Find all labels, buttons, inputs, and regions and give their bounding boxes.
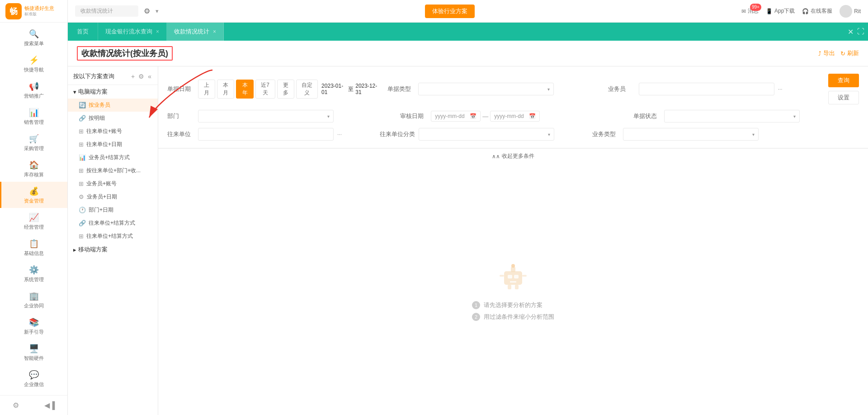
sidebar-item-enterprise[interactable]: 🏢 企业协同 [0, 287, 67, 313]
sidebar-item-finance[interactable]: 💰 资金管理 [0, 182, 67, 208]
scheme-item-unit-method2[interactable]: ⊞ 往来单位+结算方式 [68, 230, 158, 243]
scheme-item-salesperson[interactable]: 🔄 按业务员 [68, 99, 158, 112]
sidebar-item-wechat[interactable]: 💬 企业微信 [0, 365, 67, 391]
app-download-action[interactable]: 📱 App下载 [766, 7, 795, 15]
scheme-item-unit-account[interactable]: ⊞ 往来单位+账号 [68, 125, 158, 138]
filter-item-salesperson: 业务员 ··· [608, 83, 821, 95]
filter-item-doc-status: 单据状态 ▾ [633, 110, 859, 123]
sidebar-item-guide[interactable]: 📚 新手引导 [0, 313, 67, 339]
collapse-bar[interactable]: ∧∧ 收起更多条件 [158, 148, 868, 164]
biz-type-select[interactable]: ▾ [623, 128, 759, 141]
panel-collapse-btn[interactable]: « [147, 72, 152, 81]
review-date-to[interactable]: yyyy-mm-dd 📅 [490, 111, 540, 122]
doc-type-select[interactable]: ▾ [418, 83, 554, 95]
panel-settings-btn[interactable]: ⚙ [137, 72, 145, 81]
scheme-item-detail[interactable]: 🔗 按明细 [68, 112, 158, 125]
sidebar-item-search[interactable]: 🔍 搜索菜单 [0, 24, 67, 51]
scheme-label-unit-method2: 往来单位+结算方式 [86, 232, 133, 240]
sidebar-item-marketing[interactable]: 📢 营销推广 [0, 77, 67, 103]
sidebar-item-system[interactable]: ⚙️ 系统管理 [0, 260, 67, 287]
scheme-label-salesperson-date: 业务员+日期 [87, 193, 117, 201]
scheme-icon-unit-dept: ⊞ [79, 167, 84, 174]
dept-select[interactable]: ▾ [198, 110, 334, 123]
calendar-icon-to: 📅 [529, 113, 536, 119]
sidebar-label-marketing: 营销推广 [24, 93, 44, 99]
doc-status-select[interactable]: ▾ [664, 110, 800, 123]
sidebar-label-search: 搜索菜单 [24, 40, 44, 47]
sidebar-item-hardware[interactable]: 🖥️ 智能硬件 [0, 339, 67, 365]
settings-button[interactable]: 设置 [828, 91, 859, 104]
topbar-gear-icon[interactable]: ⚙ [144, 7, 150, 15]
scheme-item-dept-date[interactable]: 🕐 部门+日期 [68, 203, 158, 217]
export-btn[interactable]: ⤴ 导出 [818, 49, 835, 57]
filter-item-review-date: 审核日期 yyyy-mm-dd 📅 — yyyy-mm-dd 📅 [400, 111, 626, 122]
date-btn-7days[interactable]: 近7天 [255, 80, 275, 99]
messages-action[interactable]: ✉ 消息 99+ [741, 7, 759, 15]
export-icon: ⤴ [818, 50, 821, 57]
review-date-from[interactable]: yyyy-mm-dd 📅 [431, 111, 481, 122]
panel-add-btn[interactable]: + [130, 72, 136, 81]
date-btn-custom[interactable]: 自定义 [296, 80, 318, 99]
date-label: 单据日期 [167, 85, 194, 93]
topbar-dropdown-icon[interactable]: ▾ [156, 8, 159, 14]
breadcrumb-search[interactable]: 收款情况统计 [75, 5, 138, 17]
hint-text-2: 用过滤条件来缩小分析范围 [484, 313, 554, 321]
date-btn-last-month[interactable]: 上月 [198, 80, 215, 99]
sidebar-item-inventory[interactable]: 🏠 库存核算 [0, 156, 67, 182]
system-icon: ⚙️ [29, 265, 39, 275]
date-btn-this-year[interactable]: 本年 [236, 80, 253, 99]
tab-bank-close[interactable]: × [156, 28, 159, 35]
scheme-item-unit-date[interactable]: ⊞ 往来单位+日期 [68, 138, 158, 151]
refresh-btn[interactable]: ↻ 刷新 [840, 49, 859, 57]
date-btn-more[interactable]: 更多 [277, 80, 294, 99]
scheme-icon-salesperson-method: 📊 [79, 154, 86, 161]
scheme-item-unit-method1[interactable]: 🔗 往来单位+结算方式 [68, 217, 158, 230]
tab-receipts-close[interactable]: × [213, 28, 216, 35]
review-date-label: 审核日期 [400, 112, 427, 120]
win-close-icon[interactable]: ✕ [848, 28, 854, 36]
partner-select[interactable] [198, 128, 334, 141]
sidebar-item-quicknav[interactable]: ⚡ 快捷导航 [0, 51, 67, 77]
salesperson-more-icon[interactable]: ··· [778, 86, 783, 92]
query-button[interactable]: 查询 [828, 74, 859, 87]
online-service-action[interactable]: 🎧 在线客服 [802, 7, 832, 15]
tab-home[interactable]: 首页 [68, 23, 98, 41]
sidebar-label-guide: 新手引导 [24, 329, 44, 335]
date-range: 2023-01-01 至 2023-12-31 [321, 83, 380, 95]
salesperson-select[interactable] [639, 83, 774, 95]
sidebar-item-member[interactable]: ✔️ 畅会员 [0, 391, 67, 395]
tab-receipts[interactable]: 收款情况统计 × [167, 23, 224, 41]
scheme-item-unit-dept[interactable]: ⊞ 按往来单位+部门+收... [68, 164, 158, 177]
scheme-group-desktop: ▾ 电脑端方案 🔄 按业务员 🔗 按明细 ⊞ 往来单位+账号 [68, 85, 158, 243]
date-from: 2023-01-01 [321, 83, 346, 95]
scheme-icon-dept-date: 🕐 [79, 207, 86, 213]
scheme-item-salesperson-account[interactable]: ⊞ 业务员+账号 [68, 177, 158, 190]
logo-text: 畅捷通好生意 [24, 5, 54, 11]
sidebar: 畅 畅捷通好生意 标准版 🔍 搜索菜单 ⚡ 快捷导航 📢 营销推广 📊 销售管理… [0, 0, 68, 415]
sidebar-item-basic[interactable]: 📋 基础信息 [0, 234, 67, 260]
win-maximize-icon[interactable]: ⛶ [857, 28, 864, 36]
messages-badge: 99+ [750, 4, 761, 11]
scheme-item-salesperson-method[interactable]: 📊 业务员+结算方式 [68, 151, 158, 164]
trial-btn[interactable]: 体验行业方案 [425, 5, 475, 18]
scheme-group-desktop-header[interactable]: ▾ 电脑端方案 [68, 85, 158, 99]
tab-bank[interactable]: 现金银行流水查询 × [98, 23, 167, 41]
partner-more-icon[interactable]: ··· [337, 131, 342, 137]
scheme-group-mobile-header[interactable]: ▸ 移动端方案 [68, 243, 158, 256]
sidebar-settings-btn[interactable]: ⚙ [9, 399, 23, 411]
sidebar-item-purchase[interactable]: 🛒 采购管理 [0, 129, 67, 156]
user-action[interactable]: Rit [840, 5, 861, 18]
hardware-icon: 🖥️ [29, 344, 39, 354]
operation-icon: 📈 [29, 212, 39, 222]
message-icon: ✉ [741, 8, 746, 14]
sidebar-collapse-btn[interactable]: ◀▐ [41, 399, 58, 411]
tab-home-label: 首页 [77, 28, 89, 36]
right-panel: 单据日期 上月 本月 本年 近7天 更多 自定义 2023-01-01 [158, 66, 868, 415]
sidebar-item-sales[interactable]: 📊 销售管理 [0, 103, 67, 129]
svg-rect-1 [508, 275, 512, 278]
sidebar-item-operation[interactable]: 📈 经营管理 [0, 208, 67, 234]
partner-category-select[interactable]: ▾ [419, 128, 554, 141]
scheme-item-salesperson-date[interactable]: ⚙ 业务员+日期 [68, 190, 158, 203]
date-btn-this-month[interactable]: 本月 [217, 80, 234, 99]
sidebar-label-hardware: 智能硬件 [24, 355, 44, 362]
